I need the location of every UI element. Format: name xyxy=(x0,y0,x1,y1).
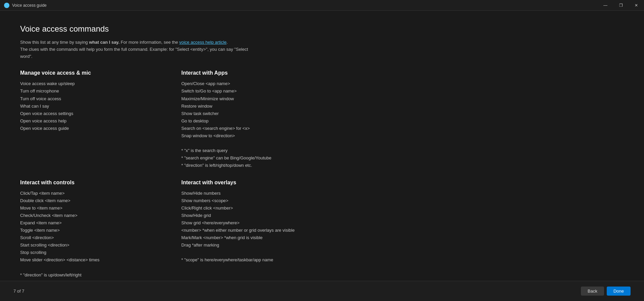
main-content: Voice access commands Show this list at … xyxy=(0,11,644,281)
list-item note: * "x" is the search query xyxy=(181,147,322,154)
section-interact-controls: Interact with controls Click/Tap <item n… xyxy=(20,180,161,279)
list-item: Go to desktop xyxy=(181,117,322,125)
section-interact-overlays-title: Interact with overlays xyxy=(181,180,322,186)
list-item: What can I say xyxy=(20,103,161,110)
list-item: Voice access wake up/sleep xyxy=(20,80,161,87)
section-interact-controls-list: Click/Tap <item name> Double click <item… xyxy=(20,190,161,279)
restore-button[interactable]: ❐ xyxy=(613,0,629,11)
footer-buttons: Back Done xyxy=(581,287,631,296)
list-item note: * "direction" is up/down/left/right xyxy=(20,271,161,279)
list-item: Stop scrolling xyxy=(20,249,161,256)
list-item: <number> *when either number or grid ove… xyxy=(181,227,322,234)
list-item: Expand <item name> xyxy=(20,219,161,227)
footer: 7 of 7 Back Done xyxy=(0,281,644,301)
intro-text: Show this list at any time by saying wha… xyxy=(20,39,255,60)
list-item: Click/Right click <number> xyxy=(181,204,322,212)
list-item: Restore window xyxy=(181,103,322,110)
list-item: Open voice access help xyxy=(20,117,161,125)
list-item: Mark/Mark <number> *when grid is visible xyxy=(181,234,322,241)
done-button[interactable]: Done xyxy=(607,287,631,296)
title-bar: Voice access guide — ❐ ✕ xyxy=(0,0,644,11)
list-item: Click/Tap <item name> xyxy=(20,190,161,197)
list-item: Show numbers <scope> xyxy=(181,197,322,204)
list-item: Toggle <item name> xyxy=(20,227,161,234)
list-item: Move to <item name> xyxy=(20,204,161,212)
list-item: Double click <item name> xyxy=(20,197,161,204)
list-item: Open/Close <app name> xyxy=(181,80,322,87)
section-manage-voice-title: Manage voice access & mic xyxy=(20,70,161,76)
list-item: Open voice access settings xyxy=(20,110,161,117)
list-item note: * "direction" is left/right/top/down etc… xyxy=(181,162,322,169)
back-button[interactable]: Back xyxy=(581,287,604,296)
list-item: Turn off voice access xyxy=(20,95,161,103)
list-item: Show/Hide numbers xyxy=(181,190,322,197)
section-interact-overlays: Interact with overlays Show/Hide numbers… xyxy=(181,180,322,279)
app-icon xyxy=(4,3,9,8)
list-item note: * "search engine" can be Bing/Google/You… xyxy=(181,154,322,162)
help-article-link[interactable]: voice access help article xyxy=(179,40,227,45)
page-indicator: 7 of 7 xyxy=(13,289,25,294)
section-interact-apps: Interact with Apps Open/Close <app name>… xyxy=(181,70,322,169)
list-item note xyxy=(181,249,322,256)
list-item note: * "scope" is here/everywhere/taskbar/app… xyxy=(181,256,322,264)
intro-text-4: The clues with the commands will help yo… xyxy=(20,47,248,59)
section-interact-apps-title: Interact with Apps xyxy=(181,70,322,76)
list-item note xyxy=(181,140,322,147)
list-item: Check/Uncheck <item name> xyxy=(20,212,161,219)
commands-grid: Manage voice access & mic Voice access w… xyxy=(20,70,322,281)
list-item: Move slider <direction> <distance> times xyxy=(20,256,161,264)
section-interact-controls-title: Interact with controls xyxy=(20,180,161,186)
list-item: Turn off microphone xyxy=(20,87,161,95)
section-interact-overlays-list: Show/Hide numbers Show numbers <scope> C… xyxy=(181,190,322,264)
list-item: Snap window to <direction> xyxy=(181,132,322,140)
list-item: Show/Hide grid xyxy=(181,212,322,219)
page-title: Voice access commands xyxy=(20,24,624,34)
list-item: Search on <search engine> for <x> xyxy=(181,125,322,132)
list-item note xyxy=(20,264,161,271)
intro-period: . xyxy=(227,40,228,45)
list-item: Open voice access guide xyxy=(20,125,161,132)
intro-text-2: For more information, see the xyxy=(120,40,179,45)
section-manage-voice-list: Voice access wake up/sleep Turn off micr… xyxy=(20,80,161,132)
list-item: Scroll <direction> xyxy=(20,234,161,241)
list-item: Drag *after marking xyxy=(181,241,322,249)
list-item: Show task switcher xyxy=(181,110,322,117)
intro-bold: what can I say. xyxy=(89,40,120,45)
section-manage-voice: Manage voice access & mic Voice access w… xyxy=(20,70,161,169)
title-bar-title: Voice access guide xyxy=(12,3,47,8)
list-item: Start scrolling <direction> xyxy=(20,241,161,249)
list-item: Switch to/Go to <app name> xyxy=(181,87,322,95)
section-interact-apps-list: Open/Close <app name> Switch to/Go to <a… xyxy=(181,80,322,169)
minimize-button[interactable]: — xyxy=(598,0,613,11)
title-bar-controls: — ❐ ✕ xyxy=(598,0,644,11)
list-item: Show grid <here/everywhere> xyxy=(181,219,322,227)
list-item: Maximize/Minimize window xyxy=(181,95,322,103)
close-button[interactable]: ✕ xyxy=(629,0,644,11)
intro-text-1: Show this list at any time by saying xyxy=(20,40,89,45)
